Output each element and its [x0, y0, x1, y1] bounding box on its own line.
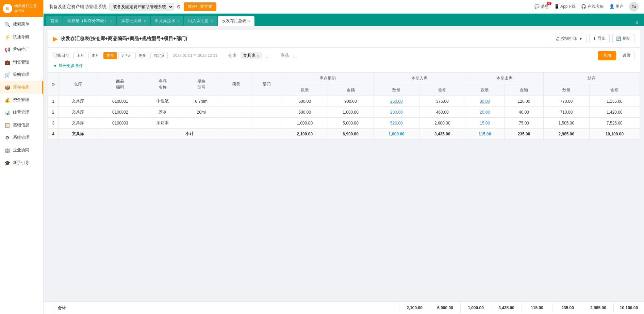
- online-service[interactable]: 🎧 在线客服: [581, 4, 604, 10]
- goods-dots[interactable]: ...: [293, 53, 297, 59]
- tab-batch-label: 库存批次账: [121, 18, 142, 24]
- th-department: 部门: [251, 73, 282, 96]
- goods-label: 商品: [281, 53, 289, 59]
- subtotal-out-qty[interactable]: 115.00: [465, 129, 505, 139]
- sidebar-item-inventory[interactable]: 📦库存核算: [0, 81, 43, 94]
- app-download[interactable]: 📱 App下载: [554, 4, 576, 10]
- tab-inout-summary[interactable]: 出入库汇总 ×: [184, 16, 217, 26]
- th-settings[interactable]: ⚙: [48, 73, 59, 96]
- collapse-arrow[interactable]: ▶: [53, 35, 58, 43]
- tab-stock-dist-close[interactable]: ×: [110, 19, 112, 23]
- print-dropdown-icon: ▼: [579, 36, 583, 41]
- refresh-button[interactable]: 🔄 刷新: [612, 34, 634, 43]
- warehouse-tag[interactable]: 文具库 ×: [241, 52, 262, 59]
- th-project: 项目: [221, 73, 251, 96]
- date-btn-custom[interactable]: 自定义: [150, 52, 168, 59]
- date-group: 上月 本月 本年 近7天 更多 自定义: [73, 52, 168, 59]
- warehouse-dots[interactable]: ...: [266, 53, 270, 59]
- tab-area-close[interactable]: ×: [633, 20, 641, 26]
- row-out-qty[interactable]: 80.00: [465, 96, 505, 107]
- content-area: ▶ 收发存汇总表(按仓库+商品编码+商品+规格型号+项目+部门) 🖨 按钮打印 …: [44, 26, 644, 301]
- export-button[interactable]: ⬆ 导出: [589, 34, 610, 43]
- message-count: 6: [547, 2, 551, 5]
- enterprise-icon: 🏢: [4, 148, 10, 153]
- tab-home[interactable]: 首页: [46, 16, 63, 26]
- th-out-amt: 金额: [505, 84, 544, 96]
- sidebar-item-guide[interactable]: 🎓新手引导: [0, 156, 43, 169]
- export-label: 导出: [598, 36, 606, 42]
- tab-inout-flow-label: 出入库流水: [155, 18, 175, 24]
- logo-sub: 标准版: [14, 9, 37, 13]
- tab-batch-close[interactable]: ×: [144, 19, 146, 23]
- sidebar-item-operations[interactable]: 📊经营管理: [0, 106, 43, 119]
- subtotal-opening-qty: 2,100.00: [282, 129, 328, 139]
- row-project: [221, 107, 251, 118]
- setting-button[interactable]: 设置: [619, 51, 634, 60]
- row-out-qty[interactable]: 15.00: [465, 118, 505, 129]
- sidebar-item-label-enterprise: 企业协同: [13, 147, 29, 153]
- gear-icon[interactable]: ⚙: [177, 4, 181, 10]
- sidebar-item-purchase[interactable]: 🛒采购管理: [0, 68, 43, 81]
- date-btn-last-month[interactable]: 上月: [73, 52, 87, 59]
- logo-icon: 6: [3, 4, 12, 13]
- tab-batch[interactable]: 库存批次账 ×: [117, 16, 150, 26]
- sidebar-item-sales[interactable]: 💼销售管理: [0, 56, 43, 68]
- sidebar-item-search[interactable]: 🔍搜索菜单: [0, 18, 43, 31]
- table-row: 2 文具库 0100002 胶水 20ml 500.00 1,000.00 23…: [48, 107, 640, 118]
- th-in-group: 本期入库: [374, 73, 465, 84]
- warehouse-tag-close[interactable]: ×: [257, 54, 259, 58]
- date-btn-7days[interactable]: 近7天: [118, 52, 134, 59]
- system-icon: ⚙: [4, 135, 10, 141]
- operations-icon: 📊: [4, 110, 10, 115]
- sidebar-item-label-finance: 资金管理: [13, 97, 29, 103]
- subtotal-out-amt: 235.00: [505, 129, 544, 139]
- subtotal-in-qty[interactable]: 1,000.00: [374, 129, 419, 139]
- date-btn-more[interactable]: 更多: [135, 52, 149, 59]
- expand-conditions[interactable]: ▼ 展开更多条件: [53, 63, 634, 69]
- sidebar-item-basic-info[interactable]: 📋基础信息: [0, 119, 43, 131]
- warehouse-tag-text: 文具库: [243, 53, 255, 59]
- row-opening-amt: 900.00: [328, 96, 374, 107]
- tab-stock-dist[interactable]: 现存量（库存分布表） ×: [63, 16, 116, 26]
- tab-inout-summary-close[interactable]: ×: [211, 19, 213, 23]
- th-in-amt: 金额: [419, 84, 465, 96]
- tab-inout-flow-close[interactable]: ×: [177, 19, 179, 23]
- row-in-qty[interactable]: 520.00: [374, 118, 419, 129]
- tab-recv-send[interactable]: 收发存汇总表 ×: [218, 16, 254, 26]
- sidebar-item-enterprise[interactable]: 🏢企业协同: [0, 144, 43, 156]
- th-closing-group: 结存: [543, 73, 640, 84]
- trial-button[interactable]: 体验行业方案: [184, 2, 216, 11]
- phone-icon: 📱: [554, 4, 559, 9]
- tab-inout-flow[interactable]: 出入库流水 ×: [151, 16, 183, 26]
- user-icon: 👤: [609, 4, 614, 9]
- sidebar-item-system[interactable]: ⚙系统管理: [0, 131, 43, 144]
- th-goods-name: 商品名称: [143, 73, 182, 96]
- sidebar-item-marketing[interactable]: 📢营销推广: [0, 43, 43, 56]
- footer-total-label: 合计: [54, 302, 95, 314]
- search-icon: 🔍: [4, 22, 10, 27]
- th-opening-group: 库存期初: [282, 73, 374, 84]
- th-opening-qty: 数量: [282, 84, 328, 96]
- th-closing-amt: 金额: [589, 84, 640, 96]
- row-goods-name: 中性笔: [143, 96, 182, 107]
- row-in-qty[interactable]: 230.00: [374, 107, 419, 118]
- date-btn-this-month[interactable]: 本月: [88, 52, 102, 59]
- user-menu[interactable]: 👤 用户: [609, 4, 624, 10]
- row-out-qty[interactable]: 20.00: [465, 107, 505, 118]
- tabs-bar: 首页 现存量（库存分布表） × 库存批次账 × 出入库流水 × 出入库汇总 × …: [44, 14, 644, 26]
- query-button[interactable]: 查询: [598, 51, 616, 60]
- sidebar-item-finance[interactable]: 💰资金管理: [0, 94, 43, 106]
- filter-row-1: 记账日期 上月 本月 本年 近7天 更多 自定义 2023-01-01 至 20…: [53, 51, 634, 60]
- date-btn-this-year[interactable]: 本年: [103, 52, 117, 59]
- sidebar-item-quick-nav[interactable]: ⚡快捷导航: [0, 31, 43, 43]
- subtotal-closing-amt: 10,100.00: [589, 129, 640, 139]
- user-avatar[interactable]: Ea: [629, 2, 639, 12]
- th-goods-spec: 规格型号: [182, 73, 221, 96]
- print-button[interactable]: 🖨 按钮打印 ▼: [552, 34, 587, 43]
- row-closing-amt: 7,525.00: [589, 118, 640, 129]
- system-select[interactable]: 装备及固定资产辅助管理系统: [109, 3, 174, 11]
- footer-opening-qty: 2,100.00: [399, 303, 430, 313]
- row-in-qty[interactable]: 250.00: [374, 96, 419, 107]
- tab-recv-send-close[interactable]: ×: [248, 19, 250, 23]
- message-badge[interactable]: 💬 消息 6: [534, 4, 549, 10]
